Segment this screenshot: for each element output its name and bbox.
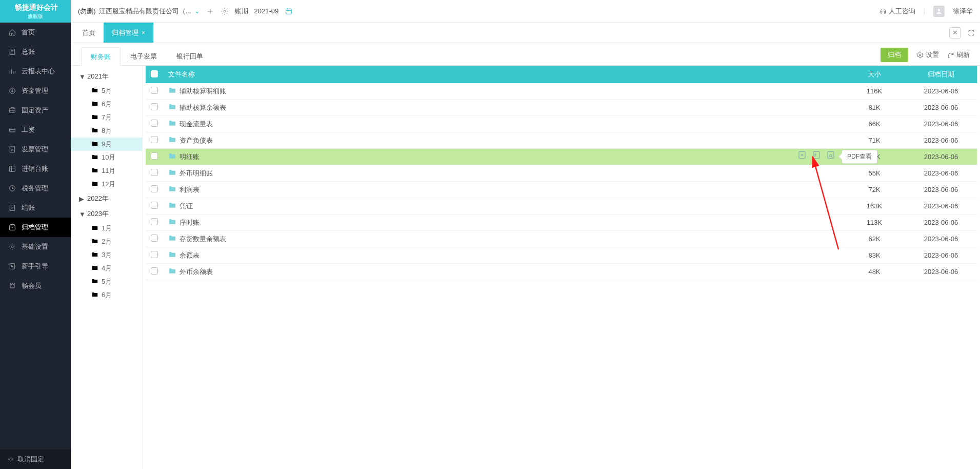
file-date: 2023-06-06	[905, 132, 977, 149]
tree-month[interactable]: 12月	[71, 178, 142, 191]
close-icon[interactable]: ×	[142, 29, 145, 36]
row-checkbox[interactable]	[151, 120, 158, 127]
svg-point-11	[224, 10, 226, 12]
table-row[interactable]: 利润表72K2023-06-06	[146, 182, 977, 198]
period-value[interactable]: 2021-09	[254, 7, 279, 15]
table-row[interactable]: 现金流量表66K2023-06-06	[146, 116, 977, 132]
svg-point-9	[11, 246, 13, 248]
folder-icon	[168, 267, 176, 277]
table-row[interactable]: 辅助核算余额表81K2023-06-06	[146, 100, 977, 116]
fullscreen-icon[interactable]	[966, 27, 977, 38]
svg-rect-10	[10, 264, 14, 269]
tree-month[interactable]: 3月	[71, 248, 142, 262]
sidebar-item-ledger[interactable]: 总账	[0, 42, 71, 62]
table-row[interactable]: 辅助核算明细账116K2023-06-06	[146, 83, 977, 100]
gear-icon[interactable]	[221, 7, 229, 15]
sidebar-item-guide[interactable]: 新手引导	[0, 257, 71, 276]
table-row[interactable]: 外币明细账55K2023-06-06	[146, 165, 977, 182]
tree-month[interactable]: 6月	[71, 97, 142, 111]
select-all-checkbox[interactable]	[151, 70, 158, 77]
sidebar-item-close[interactable]: 结账	[0, 198, 71, 218]
company-picker[interactable]: (勿删) 江西服宝精品有限责任公司（... ⌄	[78, 7, 200, 16]
row-checkbox[interactable]	[151, 218, 158, 225]
tree-month[interactable]: 7月	[71, 111, 142, 124]
table-row[interactable]: 存货数量余额表62K2023-06-06	[146, 231, 977, 247]
folder-icon	[168, 152, 176, 162]
row-checkbox[interactable]	[151, 103, 158, 110]
tree-month[interactable]: 4月	[71, 262, 142, 275]
tree-month[interactable]: 9月	[71, 138, 142, 151]
row-checkbox[interactable]	[151, 169, 158, 176]
tree-month[interactable]: 8月	[71, 124, 142, 138]
row-checkbox[interactable]	[151, 185, 158, 192]
sidebar-item-report[interactable]: 云报表中心	[0, 62, 71, 81]
tree-month[interactable]: 6月	[71, 288, 142, 302]
tree-month[interactable]: 11月	[71, 164, 142, 178]
file-size: 163K	[844, 198, 905, 214]
row-checkbox[interactable]	[151, 267, 158, 275]
archive-button[interactable]: 归档	[881, 48, 908, 62]
sidebar-item-stock[interactable]: 进销台账	[0, 159, 71, 179]
sidebar-item-tax[interactable]: 税务管理	[0, 179, 71, 198]
row-checkbox[interactable]	[151, 152, 158, 160]
row-checkbox[interactable]	[151, 202, 158, 209]
sidebar-unpin[interactable]: 取消固定	[0, 450, 71, 469]
sidebar-item-funds[interactable]: 资金管理	[0, 81, 71, 101]
tooltip: PDF查看	[842, 150, 877, 164]
row-checkbox[interactable]	[151, 234, 158, 242]
sidebar-item-member[interactable]: 畅会员	[0, 276, 71, 296]
subtab-einvoice[interactable]: 电子发票	[121, 47, 167, 65]
add-icon[interactable]	[206, 7, 214, 15]
file-date: 2023-06-06	[905, 100, 977, 116]
refresh-button[interactable]: 刷新	[947, 50, 970, 60]
table-row[interactable]: 凭证163K2023-06-06	[146, 198, 977, 214]
tree-year[interactable]: ▼2021年	[71, 69, 142, 84]
chevron-down-icon: ⌄	[194, 7, 200, 15]
file-size: 72K	[844, 182, 905, 198]
file-name: 余额表	[179, 251, 199, 260]
table-row[interactable]: 资产负债表71K2023-06-06	[146, 132, 977, 149]
file-date: 2023-06-06	[905, 231, 977, 247]
tab-home[interactable]: 首页	[74, 23, 104, 43]
member-icon	[8, 282, 16, 290]
file-date: 2023-06-06	[905, 214, 977, 231]
row-checkbox[interactable]	[151, 136, 158, 143]
tree-year[interactable]: ▶2022年	[71, 191, 142, 206]
file-name: 利润表	[179, 185, 199, 194]
brand-name: 畅捷通好会计	[15, 3, 58, 12]
subtab-finance[interactable]: 财务账	[81, 47, 121, 66]
folder-icon	[91, 238, 98, 246]
sidebar-item-archive[interactable]: 归档管理	[0, 218, 71, 237]
tree-month[interactable]: 10月	[71, 151, 142, 164]
row-checkbox[interactable]	[151, 251, 158, 258]
sidebar-item-home[interactable]: 首页	[0, 23, 71, 42]
brand: 畅捷通好会计 旗舰版	[0, 0, 71, 23]
col-size: 大小	[844, 66, 905, 83]
subtab-bank[interactable]: 银行回单	[167, 47, 213, 65]
consult-button[interactable]: 人工咨询	[879, 7, 915, 16]
sidebar-item-settings[interactable]: 基础设置	[0, 237, 71, 257]
tree-month[interactable]: 5月	[71, 84, 142, 97]
row-checkbox[interactable]	[151, 87, 158, 94]
settings-button[interactable]: 设置	[916, 50, 939, 60]
main: (勿删) 江西服宝精品有限责任公司（... ⌄ 账期 2021-09 人工咨询 …	[71, 0, 980, 469]
table-row[interactable]: 余额表83K2023-06-06	[146, 247, 977, 264]
invoice-icon	[8, 145, 16, 153]
tree-year[interactable]: ▼2023年	[71, 206, 142, 222]
file-date: 2023-06-06	[905, 116, 977, 132]
sidebar-item-asset[interactable]: 固定资产	[0, 101, 71, 120]
sidebar-item-salary[interactable]: 工资	[0, 120, 71, 140]
tree-month[interactable]: 5月	[71, 275, 142, 288]
folder-icon	[168, 218, 176, 227]
user-name[interactable]: 徐泽华	[953, 7, 973, 16]
tree-month[interactable]: 2月	[71, 235, 142, 248]
tab-close-all[interactable]: ✕	[949, 27, 961, 38]
calendar-icon[interactable]	[285, 7, 293, 15]
tab-archive[interactable]: 归档管理 ×	[104, 23, 153, 43]
avatar[interactable]	[933, 6, 945, 17]
sidebar-item-invoice[interactable]: 发票管理	[0, 140, 71, 159]
table-row[interactable]: 外币余额表48K2023-06-06	[146, 264, 977, 280]
tree-month[interactable]: 1月	[71, 222, 142, 235]
folder-icon	[91, 100, 98, 109]
table-row[interactable]: 序时账113K2023-06-06	[146, 214, 977, 231]
